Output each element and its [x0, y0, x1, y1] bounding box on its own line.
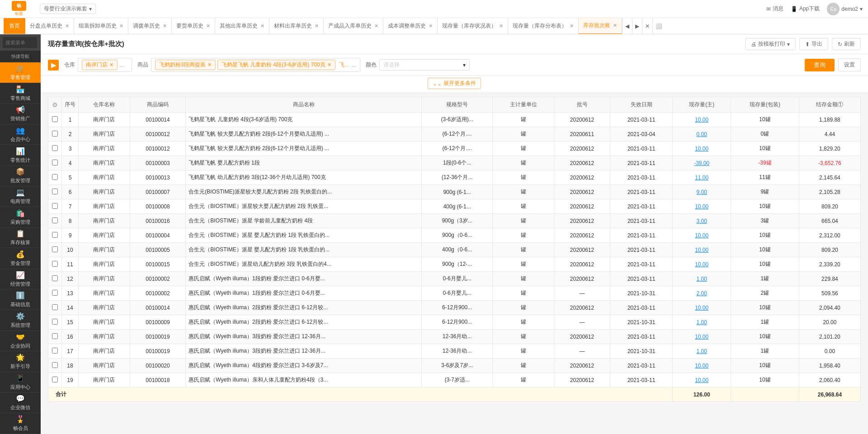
export-btn[interactable]: ⬆ 导出: [799, 38, 828, 50]
tab-xiancun-ku[interactable]: 现存量（库存状况表） ✕: [438, 18, 508, 34]
sidebar-item-batch[interactable]: 📦 批发管理: [0, 166, 41, 187]
user-menu[interactable]: Ea demo2 ▾: [827, 3, 863, 15]
row-qty-main[interactable]: 9.00: [673, 185, 731, 199]
tab-yao-huo[interactable]: 要货单历史 ✕: [172, 18, 215, 34]
sidebar-item-zero-shop[interactable]: 🏪 零售商城: [0, 83, 41, 104]
row-qty-main[interactable]: 10.00: [673, 228, 731, 243]
tab-close-icon[interactable]: ✕: [499, 23, 503, 29]
row-checkbox[interactable]: [48, 127, 62, 142]
store-selector[interactable]: 母婴行业演示账套 ▾: [40, 4, 96, 14]
tab-close-icon[interactable]: ✕: [374, 23, 378, 29]
tab-close-icon[interactable]: ✕: [65, 23, 69, 29]
tab-chengben[interactable]: 成本调整单历史 ✕: [383, 18, 438, 34]
row-qty-main[interactable]: 1.00: [673, 344, 731, 359]
row-qty-main[interactable]: 3.00: [673, 214, 731, 228]
tab-fen-pan[interactable]: 分盘点单历史 ✕: [25, 18, 74, 34]
refresh-btn[interactable]: ↻ 刷新: [832, 38, 861, 50]
row-checkbox[interactable]: [48, 286, 62, 301]
sidebar-item-purchase[interactable]: 🛍️ 采购管理: [0, 207, 41, 228]
row-checkbox[interactable]: [48, 199, 62, 214]
row-checkbox[interactable]: [48, 257, 62, 272]
row-checkbox[interactable]: [48, 228, 62, 243]
sidebar-item-vip[interactable]: 🎖️ 畅会员: [0, 413, 41, 434]
row-checkbox[interactable]: [48, 330, 62, 344]
search-input[interactable]: [3, 37, 37, 48]
row-checkbox[interactable]: [48, 272, 62, 286]
sidebar-item-corp[interactable]: 🤝 企业协同: [0, 331, 41, 352]
row-checkbox[interactable]: [48, 243, 62, 257]
tab-close-icon[interactable]: ✕: [315, 23, 319, 29]
row-qty-main[interactable]: 11.00: [673, 170, 731, 185]
sidebar-item-system[interactable]: ⚙️ 系统管理: [0, 310, 41, 331]
product-tag-2-close[interactable]: ✕: [327, 62, 331, 68]
sidebar-item-finance[interactable]: 💰 资金管理: [0, 248, 41, 269]
sidebar-item-zero-retail[interactable]: 🛒 零售管理: [0, 62, 41, 83]
column-settings-icon[interactable]: ⚙: [52, 101, 58, 108]
sidebar-item-inventory[interactable]: 📋 库存核算: [0, 228, 41, 249]
row-checkbox[interactable]: [48, 170, 62, 185]
row-qty-main[interactable]: 1.00: [673, 272, 731, 286]
sidebar-item-wechat[interactable]: 💬 企业微信: [0, 393, 41, 414]
settings-btn[interactable]: 设置: [838, 58, 861, 71]
tab-qita[interactable]: 其他出库单历史 ✕: [215, 18, 269, 34]
row-qty-main[interactable]: 1.00: [673, 315, 731, 330]
tab-zu-chai[interactable]: 组装拆卸单历史 ✕: [74, 18, 128, 34]
tab-close-icon[interactable]: ✕: [163, 23, 167, 29]
row-checkbox[interactable]: [48, 156, 62, 170]
expand-more-btn[interactable]: ⌄⌄ 展开更多条件: [428, 78, 481, 89]
tab-fullscreen[interactable]: ⬜: [652, 18, 665, 34]
warehouse-input[interactable]: 南岸门店 ✕ ...: [78, 58, 132, 72]
tab-nav-prev[interactable]: ◀: [622, 18, 632, 34]
row-qty-main[interactable]: 10.00: [673, 199, 731, 214]
template-print-btn[interactable]: 🖨 按模板打印 ▾: [745, 38, 796, 50]
row-checkbox[interactable]: [48, 315, 62, 330]
sidebar-item-newbie[interactable]: 🌟 新手引导: [0, 351, 41, 372]
row-checkbox[interactable]: [48, 142, 62, 156]
tab-close-all[interactable]: ✕: [642, 18, 652, 34]
sidebar-item-zero-stats[interactable]: 📊 零售统计: [0, 145, 41, 166]
row-qty-main[interactable]: -39.00: [673, 156, 731, 170]
row-checkbox[interactable]: [48, 214, 62, 228]
row-checkbox[interactable]: [48, 344, 62, 359]
row-qty-main[interactable]: 10.00: [673, 142, 731, 156]
tab-nav-next[interactable]: ▶: [632, 18, 642, 34]
sidebar-item-marketing[interactable]: 📢 营销推广: [0, 104, 41, 125]
row-qty-main[interactable]: 10.00: [673, 359, 731, 373]
app-download-btn[interactable]: 📱 App下载: [791, 5, 820, 13]
row-checkbox[interactable]: [48, 373, 62, 387]
settings-col-header[interactable]: ⚙: [48, 97, 62, 113]
row-qty-main[interactable]: 10.00: [673, 243, 731, 257]
row-checkbox[interactable]: [48, 185, 62, 199]
sidebar-item-basic[interactable]: ℹ️ 基础信息: [0, 289, 41, 310]
row-checkbox[interactable]: [48, 301, 62, 315]
row-checkbox[interactable]: [48, 113, 62, 127]
message-btn[interactable]: ✉ 消息: [766, 5, 783, 13]
product-tag-1-close[interactable]: ✕: [208, 62, 212, 68]
tab-chanpin[interactable]: 产成品入库单历史 ✕: [324, 18, 383, 34]
row-qty-main[interactable]: 10.00: [673, 330, 731, 344]
color-input[interactable]: 请选择 ▾: [379, 59, 470, 71]
tab-close-icon[interactable]: ✕: [119, 23, 123, 29]
row-qty-main[interactable]: 10.00: [673, 301, 731, 315]
row-qty-main[interactable]: 10.00: [673, 373, 731, 387]
tab-kucun-pi[interactable]: 库存批次账 ✕: [579, 18, 622, 34]
sidebar-item-ecommerce[interactable]: 💻 电商管理: [0, 186, 41, 207]
tab-close-icon[interactable]: ✕: [260, 23, 264, 29]
sidebar-item-appcenter[interactable]: 📱 应用中心: [0, 372, 41, 393]
sidebar-item-operation[interactable]: 📈 经营管理: [0, 269, 41, 290]
tab-tiao-bo[interactable]: 调拨单历史 ✕: [128, 18, 172, 34]
tab-home[interactable]: 首页: [4, 18, 25, 34]
row-qty-main[interactable]: 0.00: [673, 127, 731, 142]
row-qty-main[interactable]: 10.00: [673, 113, 731, 127]
table-container[interactable]: ⚙ 序号 仓库名称 商品编码 商品名称 规格型号 主计量单位 批号 失效日期 现…: [41, 93, 868, 434]
row-qty-main[interactable]: 10.00: [673, 257, 731, 272]
tab-close-icon[interactable]: ✕: [613, 23, 617, 28]
sidebar-item-quick-nav[interactable]: 快捷导航: [0, 51, 41, 62]
row-checkbox[interactable]: [48, 359, 62, 373]
product-input[interactable]: 飞鹤奶粉3段两提装 ✕ 飞鹤星飞帆 儿童奶粉 4段(3-6岁适用) 700克 ✕…: [151, 58, 360, 72]
filter-expand-btn[interactable]: ▶: [48, 60, 59, 71]
warehouse-tag-close[interactable]: ✕: [109, 62, 113, 68]
tab-close-icon[interactable]: ✕: [570, 23, 574, 29]
sidebar-item-member[interactable]: 👥 会员中心: [0, 124, 41, 145]
tab-close-icon[interactable]: ✕: [429, 23, 433, 29]
